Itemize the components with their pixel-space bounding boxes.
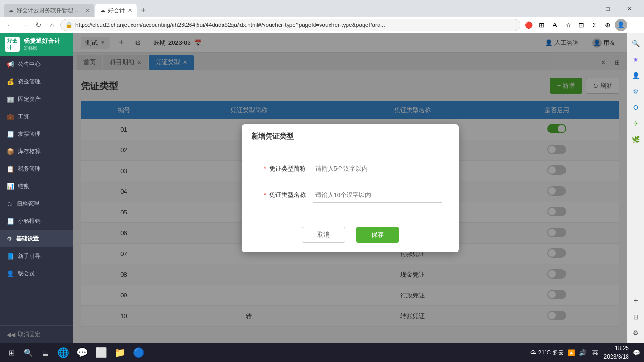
maximize-button[interactable]: □ bbox=[597, 2, 619, 15]
full-name-input[interactable] bbox=[313, 188, 442, 203]
sidebar-item-settlement[interactable]: 📊 结账 bbox=[0, 178, 73, 195]
right-outlook-icon[interactable]: O bbox=[629, 101, 643, 114]
taskbar-folder-icon[interactable]: 📁 bbox=[111, 344, 128, 361]
browser-tab-inactive[interactable]: ☁ 好会计云财务软件管理系统_会计 ✕ bbox=[4, 4, 94, 17]
sidebar-item-settings[interactable]: ⚙ 基础设置 bbox=[0, 230, 73, 247]
taskbar-store-icon[interactable]: ⬜ bbox=[92, 344, 109, 361]
sidebar-item-inventory[interactable]: 📦 库存核算 bbox=[0, 143, 73, 160]
expense-icon: 🧾 bbox=[7, 218, 14, 225]
tax-label: 税务管理 bbox=[18, 165, 41, 173]
close-button[interactable]: ✕ bbox=[619, 2, 640, 15]
modal-footer: 取消 保存 bbox=[242, 220, 459, 252]
modal-body: * 凭证类型简称 * 凭证类型名称 bbox=[242, 148, 459, 220]
start-button[interactable]: ⊞ bbox=[4, 345, 19, 360]
cancel-button[interactable]: 取消 bbox=[302, 227, 345, 243]
modal-title: 新增凭证类型 bbox=[251, 132, 294, 140]
clock-date: 2023/3/18 bbox=[604, 353, 629, 361]
right-gear-icon[interactable]: ⚙ bbox=[629, 85, 643, 98]
right-feather-icon[interactable]: ✈ bbox=[629, 117, 643, 130]
user-avatar[interactable]: 👤 bbox=[615, 19, 627, 31]
tab2-close[interactable]: ✕ bbox=[128, 8, 132, 14]
taskbar-wechat-icon[interactable]: 💬 bbox=[74, 344, 91, 361]
ext-icon-7[interactable]: ⊕ bbox=[602, 19, 614, 31]
ext-icon-3[interactable]: A bbox=[549, 19, 561, 31]
home-button[interactable]: ⌂ bbox=[46, 19, 58, 31]
sidebar-item-tax[interactable]: 📋 税务管理 bbox=[0, 160, 73, 178]
tab1-title: 好会计云财务软件管理系统_会计 bbox=[17, 7, 83, 15]
ext-icon-1[interactable]: 🔴 bbox=[522, 19, 535, 31]
cancel-pin-button[interactable]: ◀◀ 取消固定 bbox=[0, 325, 73, 343]
tab2-favicon: ☁ bbox=[100, 8, 105, 14]
sidebar-item-fixed-assets[interactable]: 🏢 固定资产 bbox=[0, 90, 73, 108]
right-settings-icon[interactable]: ⚙ bbox=[629, 326, 643, 339]
announcements-icon: 📢 bbox=[7, 61, 14, 68]
guide-label: 新手引导 bbox=[18, 252, 41, 260]
sidebar-item-guide[interactable]: 📘 新手引导 bbox=[0, 247, 73, 265]
notification-icon[interactable]: 💬 bbox=[633, 349, 640, 356]
forward-button[interactable]: → bbox=[18, 19, 30, 31]
sidebar-logo: 好会计 畅捷通好合计 流畅版 bbox=[0, 33, 73, 56]
inventory-icon: 📦 bbox=[7, 148, 14, 155]
taskbar-sound-icon[interactable]: 🔊 bbox=[579, 349, 586, 356]
settings-label: 基础设置 bbox=[16, 235, 39, 243]
guide-icon: 📘 bbox=[7, 253, 14, 260]
url-bar[interactable]: 🔒 https://cloud2.chanjet.com/accounting/… bbox=[60, 19, 520, 31]
sidebar-item-archive[interactable]: 🗂 归档管理 bbox=[0, 195, 73, 213]
sidebar: 好会计 畅捷通好合计 流畅版 📢 公告中心 💰 资金管理 🏢 固定资产 💼 工资… bbox=[0, 33, 73, 343]
right-star-icon[interactable]: ★ bbox=[629, 53, 643, 66]
right-plant-icon[interactable]: 🌿 bbox=[629, 133, 643, 146]
form-row-full: * 凭证类型名称 bbox=[259, 188, 442, 203]
ext-icon-2[interactable]: ⊞ bbox=[536, 19, 548, 31]
short-name-input[interactable] bbox=[313, 161, 442, 176]
url-text: https://cloud2.chanjet.com/accounting/uh… bbox=[75, 22, 385, 28]
settlement-label: 结账 bbox=[18, 182, 29, 190]
more-options[interactable]: ⋯ bbox=[628, 19, 640, 31]
tab1-close[interactable]: ✕ bbox=[85, 8, 90, 14]
clock-time: 18:25 bbox=[604, 344, 629, 353]
sidebar-item-invoice[interactable]: 🧾 发票管理 bbox=[0, 125, 73, 143]
settings-icon: ⚙ bbox=[7, 235, 12, 242]
taskbar-weather: 🌤 21°C 多云 bbox=[530, 349, 563, 357]
full-name-label: * 凭证类型名称 bbox=[259, 191, 306, 199]
sidebar-item-fund[interactable]: 💰 资金管理 bbox=[0, 73, 73, 90]
back-button[interactable]: ← bbox=[4, 19, 16, 31]
right-add-icon[interactable]: + bbox=[629, 294, 643, 307]
announcements-label: 公告中心 bbox=[18, 60, 41, 68]
right-user-icon[interactable]: 👤 bbox=[629, 69, 643, 82]
taskbar-edge-icon[interactable]: 🔵 bbox=[130, 344, 147, 361]
archive-label: 归档管理 bbox=[17, 200, 39, 208]
right-grid-icon[interactable]: ⊞ bbox=[629, 310, 643, 323]
reload-button[interactable]: ↻ bbox=[32, 19, 44, 31]
tab1-favicon: ☁ bbox=[8, 8, 14, 14]
ext-icon-6[interactable]: Σ bbox=[588, 19, 601, 31]
logo-text-area: 畅捷通好合计 流畅版 bbox=[24, 37, 60, 52]
taskbar-browser-icon[interactable]: 🌐 bbox=[55, 344, 72, 361]
taskbar-network-icon[interactable]: 🔼 bbox=[568, 349, 575, 356]
minimize-button[interactable]: — bbox=[575, 2, 597, 15]
logo-sub-text: 流畅版 bbox=[24, 45, 60, 52]
sidebar-item-announcements[interactable]: 📢 公告中心 bbox=[0, 56, 73, 73]
browser-tab-active[interactable]: ☁ 好会计 ✕ bbox=[95, 4, 137, 17]
logo-icon: 好会计 bbox=[5, 37, 20, 52]
right-search-icon[interactable]: 🔍 bbox=[629, 37, 643, 50]
tab-add-button[interactable]: + bbox=[138, 5, 149, 16]
modal-dialog: 新增凭证类型 * 凭证类型简称 * 凭证类型名称 取消 保存 bbox=[242, 124, 459, 252]
save-button[interactable]: 保存 bbox=[356, 227, 399, 243]
sidebar-item-salary[interactable]: 💼 工资 bbox=[0, 108, 73, 125]
expense-label: 小畅报销 bbox=[18, 217, 41, 225]
browser-chrome: ☁ 好会计云财务软件管理系统_会计 ✕ ☁ 好会计 ✕ + — □ ✕ bbox=[0, 0, 644, 17]
sidebar-item-expense[interactable]: 🧾 小畅报销 bbox=[0, 213, 73, 230]
taskbar-lang[interactable]: 英 bbox=[590, 347, 600, 358]
window-controls: — □ ✕ bbox=[575, 2, 640, 15]
archive-icon: 🗂 bbox=[7, 200, 13, 207]
ext-icon-5[interactable]: ⊡ bbox=[575, 19, 587, 31]
tax-icon: 📋 bbox=[7, 165, 14, 173]
sidebar-item-member[interactable]: 👤 畅会员 bbox=[0, 265, 73, 282]
fund-icon: 💰 bbox=[7, 78, 14, 85]
fixed-assets-label: 固定资产 bbox=[18, 95, 41, 103]
ext-icon-4[interactable]: ☆ bbox=[562, 19, 574, 31]
invoice-icon: 🧾 bbox=[7, 131, 14, 138]
taskbar-taskview-button[interactable]: ▦ bbox=[38, 345, 53, 360]
taskbar-right: 🌤 21°C 多云 🔼 🔊 英 18:25 2023/3/18 💬 bbox=[530, 344, 640, 361]
taskbar-search-button[interactable]: 🔍 bbox=[21, 345, 36, 360]
